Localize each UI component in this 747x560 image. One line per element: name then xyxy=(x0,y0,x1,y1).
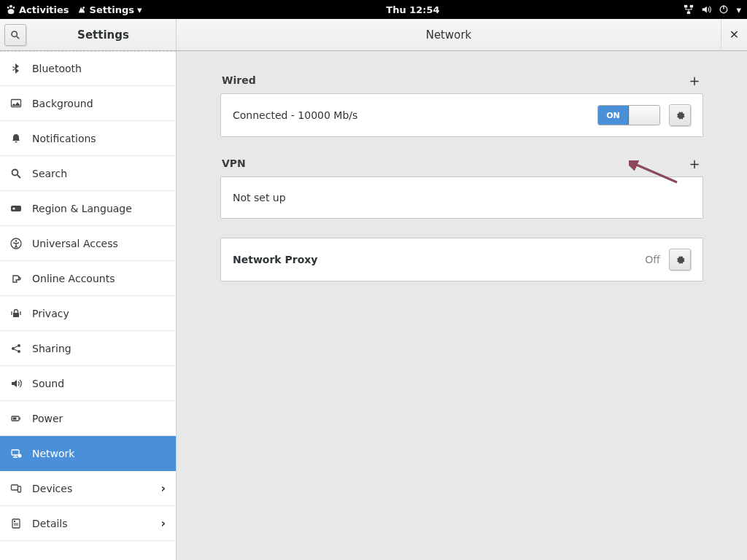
svg-rect-25 xyxy=(18,486,21,492)
svg-rect-4 xyxy=(684,5,687,8)
sound-icon xyxy=(10,378,22,389)
proxy-settings-button[interactable] xyxy=(669,249,691,271)
svg-point-23 xyxy=(18,454,22,457)
sidebar-item-label: Search xyxy=(32,168,166,179)
switch-knob xyxy=(629,106,659,125)
sidebar-item-online-accounts[interactable]: Online Accounts xyxy=(0,261,176,296)
sidebar-item-details[interactable]: Details › xyxy=(0,506,176,541)
activities-label: Activities xyxy=(19,4,69,15)
sidebar-item-universal-access[interactable]: Universal Access xyxy=(0,226,176,261)
wired-card: Connected - 10000 Mb/s ON xyxy=(220,93,703,137)
details-icon xyxy=(10,518,22,529)
add-wired-button[interactable]: + xyxy=(687,73,702,88)
sidebar-item-label: Details xyxy=(32,518,150,529)
headerbar-right: Network ✕ xyxy=(177,19,747,50)
svg-rect-21 xyxy=(13,417,17,419)
activities-button[interactable]: Activities xyxy=(6,4,69,15)
svg-point-3 xyxy=(8,9,15,14)
search-icon xyxy=(10,30,20,40)
proxy-card: Network Proxy Off xyxy=(220,238,703,281)
search-icon xyxy=(10,168,22,179)
svg-rect-24 xyxy=(12,485,18,490)
bluetooth-icon xyxy=(10,63,22,74)
sidebar-item-sound[interactable]: Sound xyxy=(0,366,176,401)
online-accounts-icon xyxy=(10,273,22,284)
sidebar-item-label: Online Accounts xyxy=(32,273,166,284)
gear-icon xyxy=(675,110,685,120)
page-title: Network xyxy=(177,28,721,42)
wired-connection-row: Connected - 10000 Mb/s ON xyxy=(221,94,703,136)
gnome-logo-icon xyxy=(6,4,16,15)
sidebar-item-sharing[interactable]: Sharing xyxy=(0,331,176,366)
app-menu-button[interactable]: Settings ▾ xyxy=(77,4,142,15)
sidebar-item-label: Sharing xyxy=(32,343,166,354)
system-status-area[interactable]: ▾ xyxy=(678,4,747,15)
panel-clock[interactable]: Thu 12:54 xyxy=(386,4,439,15)
background-icon xyxy=(10,98,22,109)
sidebar-item-background[interactable]: Background xyxy=(0,86,176,121)
proxy-title: Network Proxy xyxy=(233,254,636,265)
close-icon: ✕ xyxy=(729,28,739,42)
svg-rect-22 xyxy=(12,450,19,455)
svg-point-17 xyxy=(18,344,20,347)
chevron-down-icon: ▾ xyxy=(137,4,142,15)
vpn-section: VPN + Not set up xyxy=(220,156,703,219)
svg-rect-8 xyxy=(724,5,724,9)
svg-rect-6 xyxy=(687,12,690,15)
svg-rect-27 xyxy=(14,521,15,522)
svg-point-9 xyxy=(12,31,17,36)
power-icon xyxy=(10,413,22,424)
window-body: Bluetooth Background Notifications Searc… xyxy=(0,51,747,560)
add-vpn-button[interactable]: + xyxy=(687,156,702,171)
sidebar-item-region-language[interactable]: Region & Language xyxy=(0,191,176,226)
wired-title: Wired xyxy=(222,74,256,86)
sidebar-item-devices[interactable]: Devices › xyxy=(0,471,176,506)
search-button[interactable] xyxy=(4,24,26,46)
sidebar-item-label: Privacy xyxy=(32,308,166,319)
svg-rect-20 xyxy=(20,417,21,419)
universal-access-icon xyxy=(10,238,22,249)
svg-point-2 xyxy=(13,7,15,9)
power-icon xyxy=(719,4,729,15)
proxy-row[interactable]: Network Proxy Off xyxy=(221,238,703,281)
sidebar-item-label: Power xyxy=(32,413,166,424)
settings-sidebar: Bluetooth Background Notifications Searc… xyxy=(0,51,177,560)
svg-point-13 xyxy=(12,207,15,209)
plus-icon: + xyxy=(689,73,700,88)
plus-icon: + xyxy=(689,156,700,171)
sidebar-item-privacy[interactable]: Privacy xyxy=(0,296,176,331)
network-wired-icon xyxy=(684,4,694,15)
vpn-title: VPN xyxy=(222,158,246,169)
sidebar-item-network[interactable]: Network xyxy=(0,436,176,471)
wired-section: Wired + Connected - 10000 Mb/s ON xyxy=(220,73,703,137)
chevron-down-icon: ▾ xyxy=(736,4,741,15)
wired-toggle[interactable]: ON xyxy=(597,105,660,125)
network-icon xyxy=(10,448,22,459)
wired-status-text: Connected - 10000 Mb/s xyxy=(233,109,589,121)
sidebar-item-search[interactable]: Search xyxy=(0,156,176,191)
privacy-icon xyxy=(10,308,22,319)
sidebar-item-label: Notifications xyxy=(32,133,166,144)
sharing-icon xyxy=(10,343,22,354)
devices-icon xyxy=(10,483,22,494)
svg-point-18 xyxy=(18,350,20,353)
gnome-top-panel: Activities Settings ▾ Thu 12:54 ▾ xyxy=(0,0,747,19)
close-button[interactable]: ✕ xyxy=(721,19,747,51)
sidebar-item-label: Sound xyxy=(32,378,166,389)
vpn-row: Not set up xyxy=(221,177,703,218)
sidebar-item-power[interactable]: Power xyxy=(0,401,176,436)
sidebar-item-notifications[interactable]: Notifications xyxy=(0,121,176,156)
sidebar-item-bluetooth[interactable]: Bluetooth xyxy=(0,51,176,86)
region-icon xyxy=(10,203,22,214)
svg-rect-5 xyxy=(690,5,693,8)
headerbar: Settings Network ✕ xyxy=(0,19,747,51)
svg-point-1 xyxy=(7,7,9,9)
network-panel: Wired + Connected - 10000 Mb/s ON xyxy=(177,51,747,560)
bell-icon xyxy=(10,133,22,144)
wired-settings-button[interactable] xyxy=(669,104,691,126)
svg-point-15 xyxy=(15,240,18,242)
gear-icon xyxy=(675,254,685,265)
svg-rect-12 xyxy=(11,206,21,211)
sidebar-item-label: Bluetooth xyxy=(32,63,166,74)
vpn-card: Not set up xyxy=(220,176,703,219)
